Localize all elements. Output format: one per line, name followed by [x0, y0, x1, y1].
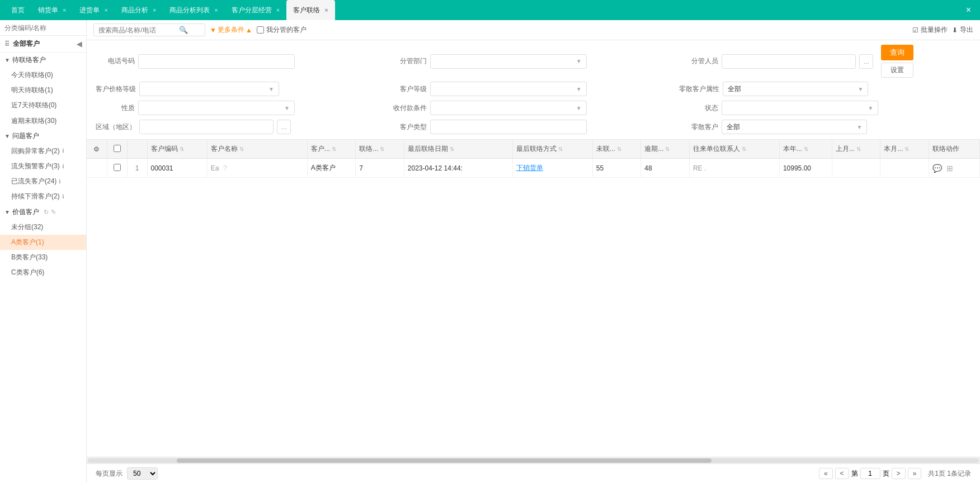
sort-icon-last-month[interactable]: ⇅ [856, 146, 861, 152]
sidebar-item-today[interactable]: 今天待联络(0) [0, 68, 86, 83]
sidebar-item-tomorrow[interactable]: 明天待联络(1) [0, 83, 86, 98]
tab-customer-contact[interactable]: 客户联络 × [286, 0, 334, 20]
sidebar-item-a-class[interactable]: A类客户(1) [0, 235, 86, 250]
sidebar-item-7days[interactable]: 近7天待联络(0) [0, 98, 86, 113]
payment-select[interactable]: ▼ [430, 101, 587, 115]
customer-type-input[interactable] [430, 120, 587, 134]
sidebar-group-problem[interactable]: ▼ 问题客户 [0, 129, 86, 144]
phone-input[interactable] [138, 54, 295, 69]
customer-level-select[interactable]: ▼ [430, 82, 587, 96]
status-select[interactable]: ▼ [722, 101, 878, 115]
settings-button[interactable]: 设置 [881, 63, 913, 78]
row-gear-cell [87, 159, 107, 178]
per-page-select[interactable]: 50 100 200 [127, 467, 158, 480]
tab-purchase[interactable]: 进货单 × [73, 0, 114, 20]
col-name: 客户名称 ⇅ [207, 140, 307, 159]
export-button[interactable]: ⬇ 导出 [952, 25, 973, 35]
sort-icon-this-month[interactable]: ⇅ [904, 146, 909, 152]
row-last-way[interactable]: 下销货单 [516, 164, 543, 172]
prev-page-button[interactable]: < [835, 468, 849, 479]
sort-icon-level[interactable]: ⇅ [332, 146, 336, 152]
filter-cell-customer-type: 客户类型 [388, 119, 680, 135]
tab-sales[interactable]: 销货单 × [31, 0, 73, 20]
refresh-icon[interactable]: ↻ [44, 209, 49, 216]
row-overdue-cell: 48 [641, 159, 690, 178]
row-checkbox[interactable] [114, 164, 121, 171]
sidebar-item-overdue[interactable]: 逾期未联络(30) [0, 113, 86, 129]
next-page-button[interactable]: > [892, 468, 906, 479]
col-this-year: 本年... ⇅ [779, 140, 832, 159]
sort-icon-last-way[interactable]: ⇅ [558, 146, 563, 152]
sort-icon-year[interactable]: ⇅ [804, 146, 808, 152]
today-contact-label: 今天待联络(0) [11, 70, 53, 80]
tab-home[interactable]: 首页 [4, 0, 31, 20]
my-customers-filter[interactable]: 我分管的客户 [257, 25, 307, 35]
sort-icon-contact[interactable]: ⇅ [380, 146, 384, 152]
tab-analysis[interactable]: 商品分析 × [115, 0, 163, 20]
sort-icon-code[interactable]: ⇅ [180, 146, 184, 152]
col-code: 客户编码 ⇅ [147, 140, 207, 159]
close-analysis-list-icon[interactable]: × [214, 7, 218, 13]
sidebar-item-churned[interactable]: 已流失客户(24) ℹ [0, 174, 86, 189]
sort-icon-uncontacted[interactable]: ⇅ [617, 146, 621, 152]
close-analysis-icon[interactable]: × [153, 7, 156, 13]
sidebar-item-declining[interactable]: 持续下滑客户(2) ℹ [0, 189, 86, 204]
sidebar-group-value[interactable]: ▼ 价值客户 ↻ ✎ [0, 205, 86, 220]
scrollbar-thumb[interactable] [177, 458, 712, 463]
gear-icon[interactable]: ⚙ [93, 145, 100, 153]
search-button[interactable]: 🔍 [179, 26, 188, 34]
sort-icon-overdue[interactable]: ⇅ [665, 146, 670, 152]
sidebar-item-b-class[interactable]: B类客户(33) [0, 250, 86, 265]
sidebar-item-c-class[interactable]: C类客户(6) [0, 265, 86, 280]
more-conditions-button[interactable]: ▼ 更多条件 ▲ [210, 25, 252, 35]
my-customers-checkbox[interactable] [257, 26, 264, 34]
tab-customer-tier[interactable]: 客户分层经营 × [225, 0, 286, 20]
dept-select[interactable]: ▼ [430, 54, 587, 69]
sidebar-search-input[interactable] [4, 24, 87, 32]
scattered-attr-chevron: ▼ [858, 86, 863, 92]
close-customer-tier-icon[interactable]: × [276, 7, 280, 13]
sort-icon-last-date[interactable]: ⇅ [450, 146, 454, 152]
col-level-label: 客户... [311, 144, 330, 154]
price-level-select[interactable]: ▼ [139, 82, 279, 96]
scattered-select[interactable]: 全部 ▼ [722, 120, 867, 134]
triangle-icon-3: ▼ [4, 209, 10, 215]
sort-icon-name[interactable]: ⇅ [239, 146, 244, 152]
nature-label: 性质 [96, 103, 135, 113]
nature-select[interactable]: ▼ [138, 101, 295, 115]
first-page-button[interactable]: « [819, 468, 833, 479]
horizontal-scrollbar[interactable] [87, 457, 980, 463]
sidebar-collapse-button[interactable]: ◀ [77, 40, 82, 48]
sidebar-item-repurchase-abnormal[interactable]: 回购异常客户(2) ℹ [0, 144, 86, 159]
query-button[interactable]: 查询 [881, 45, 913, 60]
edit-icon[interactable]: ✎ [51, 209, 56, 216]
qr-icon[interactable]: ⊞ [946, 164, 953, 173]
row-uncontacted: 55 [596, 164, 604, 172]
batch-op-button[interactable]: ☑ 批量操作 [912, 25, 948, 35]
col-name-label: 客户名称 [211, 144, 238, 154]
filter-cell-dept: 分管部门 ▼ [388, 54, 680, 69]
close-customer-contact-icon[interactable]: × [324, 7, 328, 13]
page-number-input[interactable] [860, 468, 880, 479]
close-all-button[interactable]: × [962, 5, 976, 15]
chat-icon[interactable]: 💬 [932, 164, 942, 173]
select-all-checkbox[interactable] [114, 145, 121, 152]
close-purchase-icon[interactable]: × [104, 7, 107, 13]
scattered-attr-select[interactable]: 全部 ▼ [723, 82, 868, 96]
close-sales-icon[interactable]: × [63, 7, 66, 13]
region-ellipsis-button[interactable]: … [277, 120, 291, 134]
manager-input[interactable] [722, 54, 856, 69]
a-class-label: A类客户(1) [11, 237, 44, 248]
sidebar-group-pending[interactable]: ▼ 待联络客户 [0, 53, 86, 68]
sidebar-item-churn-warning[interactable]: 流失预警客户(3) ℹ [0, 159, 86, 174]
search-input[interactable] [98, 26, 177, 34]
last-page-button[interactable]: » [908, 468, 922, 479]
col-overdue: 逾期... ⇅ [641, 140, 690, 159]
sidebar-item-unclassified[interactable]: 未分组(32) [0, 220, 86, 235]
manager-ellipsis-button[interactable]: … [859, 54, 873, 69]
region-input[interactable] [139, 120, 274, 134]
sort-icon-unit[interactable]: ⇅ [742, 146, 746, 152]
tab-analysis-list[interactable]: 商品分析列表 × [163, 0, 224, 20]
dept-chevron: ▼ [576, 58, 582, 64]
page-suffix: 页 [883, 469, 889, 479]
